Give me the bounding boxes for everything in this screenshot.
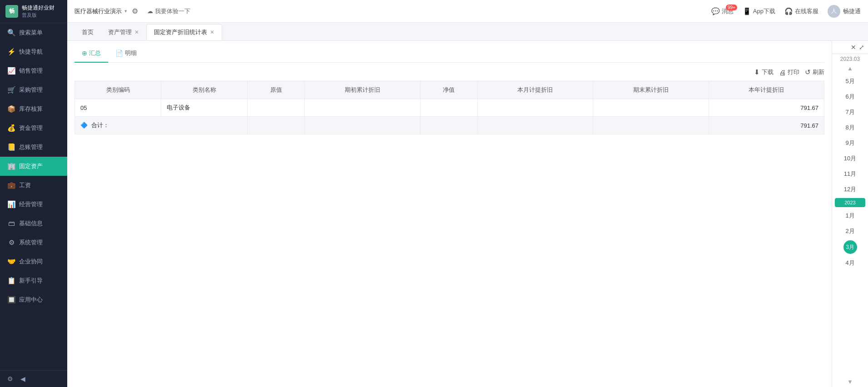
collapse-icon[interactable]: ◀ — [20, 375, 25, 382]
chevron-down-icon: ▾ — [124, 8, 127, 14]
total-icon: 🔷 — [80, 122, 88, 129]
cell-opening-depr — [305, 99, 420, 117]
sidebar-menu: 🔍 搜索菜单 ⚡ 快捷导航 📈 销售管理 🛒 采购管理 📦 库存核算 💰 资金管… — [0, 23, 67, 370]
basic-info-icon: 🗃 — [7, 219, 15, 228]
app-download-button[interactable]: 📱 App下载 — [743, 7, 775, 15]
sidebar-label-basic-info: 基础信息 — [19, 219, 43, 228]
tab-asset-mgmt-close[interactable]: ✕ — [134, 30, 139, 35]
depreciation-table: 类别编码 类别名称 原值 期初累计折旧 净值 本月计提折旧 期末累计折旧 本年计… — [74, 81, 824, 134]
sidebar-item-ledger[interactable]: 📒 总账管理 — [0, 138, 67, 157]
sidebar-item-app-center[interactable]: 🔲 应用中心 — [0, 290, 67, 309]
user-label: 畅捷通 — [843, 7, 861, 15]
sidebar-footer: ⚙ ◀ — [0, 370, 67, 387]
sidebar-item-guide[interactable]: 📋 新手引导 — [0, 271, 67, 290]
panel-close-icon[interactable]: ✕ — [851, 44, 856, 51]
date-month-7[interactable]: 7月 — [832, 104, 868, 120]
funds-icon: 💰 — [7, 124, 15, 132]
payroll-icon: 💼 — [7, 181, 15, 189]
panel-expand-icon[interactable]: ⤢ — [859, 44, 864, 51]
sidebar-item-payroll[interactable]: 💼 工资 — [0, 176, 67, 195]
sidebar-label-guide: 新手引导 — [19, 277, 43, 285]
sub-tabs: ⊕ 汇总 📄 明细 — [74, 46, 824, 63]
print-button[interactable]: 🖨 打印 — [779, 68, 799, 76]
date-month-2[interactable]: 2月 — [832, 223, 868, 239]
tab-asset-mgmt-label: 资产管理 — [108, 28, 132, 36]
purchase-icon: 🛒 — [7, 86, 15, 94]
sidebar-item-enterprise[interactable]: 🤝 企业协同 — [0, 252, 67, 271]
tab-home[interactable]: 首页 — [74, 24, 101, 40]
download-button[interactable]: ⬇ 下载 — [754, 68, 774, 76]
refresh-button[interactable]: ↺ 刷新 — [805, 68, 824, 76]
sidebar-item-search[interactable]: 🔍 搜索菜单 — [0, 23, 67, 42]
date-month-11[interactable]: 11月 — [832, 166, 868, 182]
sidebar-item-purchase[interactable]: 🛒 采购管理 — [0, 80, 67, 99]
topbar: 医疗器械行业演示 ▾ ⚙ ☁ 我要体验一下 💬 消息 99+ 📱 App下载 🎧… — [67, 0, 868, 23]
download-btn-icon: ⬇ — [754, 68, 760, 76]
print-icon: 🖨 — [779, 69, 786, 76]
date-month-8[interactable]: 8月 — [832, 120, 868, 135]
sidebar-item-inventory[interactable]: 📦 库存核算 — [0, 99, 67, 119]
service-button[interactable]: 🎧 在线客服 — [784, 7, 818, 15]
sidebar-item-fixed-assets[interactable]: 🏢 固定资产 — [0, 157, 67, 176]
col-header-closing-depr: 期末累计折旧 — [593, 81, 709, 99]
detail-icon: 📄 — [115, 50, 123, 57]
date-month-3-selected[interactable]: 3月 — [843, 240, 857, 254]
company-selector[interactable]: 医疗器械行业演示 ▾ — [74, 7, 127, 15]
experience-label: 我要体验一下 — [155, 7, 190, 15]
total-original — [248, 117, 305, 134]
date-year-2023[interactable]: 2023 — [835, 198, 865, 207]
total-annual-depr: 791.67 — [709, 117, 824, 134]
date-month-5[interactable]: 5月 — [832, 74, 868, 89]
sub-tab-summary[interactable]: ⊕ 汇总 — [74, 46, 108, 63]
user-profile[interactable]: 人 畅捷通 — [828, 5, 861, 18]
date-month-1[interactable]: 1月 — [832, 208, 868, 223]
sidebar-item-sales[interactable]: 📈 销售管理 — [0, 61, 67, 80]
col-header-net-value: 净值 — [420, 81, 477, 99]
sidebar-label-app-center: 应用中心 — [19, 296, 43, 304]
cell-monthly-depr — [477, 99, 593, 117]
date-month-10[interactable]: 10月 — [832, 151, 868, 166]
print-btn-label: 打印 — [788, 68, 799, 76]
tab-depreciation-table[interactable]: 固定资产折旧统计表 ✕ — [146, 24, 222, 40]
col-header-original: 原值 — [248, 81, 305, 99]
sidebar-label-fixed-assets: 固定资产 — [19, 162, 43, 170]
sidebar-item-basic-info[interactable]: 🗃 基础信息 — [0, 214, 67, 233]
date-nav-up[interactable]: ▲ — [832, 63, 868, 74]
sidebar-label-sales: 销售管理 — [19, 67, 43, 75]
table-container: 类别编码 类别名称 原值 期初累计折旧 净值 本月计提折旧 期末累计折旧 本年计… — [74, 81, 824, 134]
tabs-bar: 首页 资产管理 ✕ 固定资产折旧统计表 ✕ — [67, 23, 868, 41]
sidebar-item-funds[interactable]: 💰 资金管理 — [0, 119, 67, 138]
message-button[interactable]: 💬 消息 99+ — [711, 7, 734, 15]
date-month-12[interactable]: 12月 — [832, 182, 868, 197]
sidebar-item-quick-nav[interactable]: ⚡ 快捷导航 — [0, 42, 67, 61]
table-row: 05 电子设备 791.67 — [75, 99, 824, 117]
app-logo-icon: 畅 — [5, 5, 18, 18]
topbar-settings-icon[interactable]: ⚙ — [132, 7, 138, 15]
sub-tab-detail[interactable]: 📄 明细 — [108, 46, 144, 63]
sidebar-item-operations[interactable]: 📊 经营管理 — [0, 195, 67, 214]
tab-asset-mgmt[interactable]: 资产管理 ✕ — [101, 24, 146, 40]
date-month-6[interactable]: 6月 — [832, 89, 868, 104]
date-month-4[interactable]: 4月 — [832, 255, 868, 271]
search-icon: 🔍 — [7, 29, 15, 37]
tab-depreciation-close[interactable]: ✕ — [210, 30, 214, 35]
main-panel: ⊕ 汇总 📄 明细 ⬇ 下载 🖨 打印 ↺ — [67, 41, 832, 387]
message-badge: 99+ — [726, 5, 737, 10]
col-header-code: 类别编码 — [75, 81, 161, 99]
date-nav-down[interactable]: ▼ — [832, 377, 868, 387]
refresh-icon: ↺ — [805, 68, 811, 76]
date-scroll[interactable]: 5月 6月 7月 8月 9月 10月 11月 12月 2023 1月 2月 3月… — [832, 74, 868, 377]
experience-button[interactable]: ☁ 我要体验一下 — [147, 7, 190, 15]
enterprise-icon: 🤝 — [7, 258, 15, 266]
service-icon: 🎧 — [784, 7, 793, 15]
sales-icon: 📈 — [7, 67, 15, 75]
ledger-icon: 📒 — [7, 143, 15, 151]
date-month-9[interactable]: 9月 — [832, 135, 868, 151]
settings-footer-icon[interactable]: ⚙ — [7, 375, 13, 382]
download-icon: 📱 — [743, 7, 751, 15]
sidebar-item-system[interactable]: ⚙ 系统管理 — [0, 233, 67, 252]
toolbar: ⬇ 下载 🖨 打印 ↺ 刷新 — [74, 68, 824, 76]
download-btn-label: 下载 — [762, 68, 774, 76]
sidebar-label-search: 搜索菜单 — [19, 29, 43, 37]
sidebar-label-funds: 资金管理 — [19, 124, 43, 132]
